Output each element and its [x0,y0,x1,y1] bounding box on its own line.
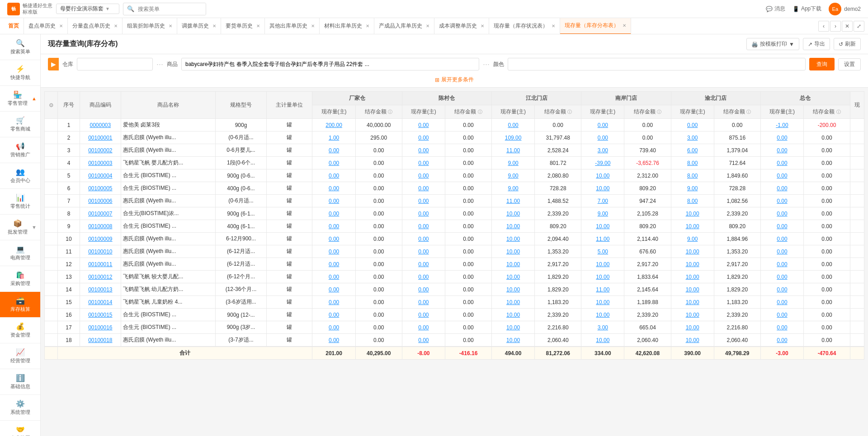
row-cj-amt: 0.00 [445,144,491,157]
sidebar-item-inventory[interactable]: 🗃️ 库存核算 [0,292,40,318]
info-icon[interactable]: ⓘ [746,109,751,114]
close-icon[interactable]: ✕ [366,23,369,28]
setting-button[interactable]: 设置 [838,58,861,70]
close-icon[interactable]: ✕ [114,23,118,28]
table-container[interactable]: ⚙ 序号 商品编码 商品名称 规格型号 主计量单位 厂家仓 陈村仓 江北门店 南… [41,88,868,436]
sidebar-item-marketing[interactable]: 📢 营销推广 [0,137,40,163]
row-code: 00100005 [80,182,121,195]
stats-icon: 📊 [2,193,38,202]
industry-selector[interactable]: 母婴行业演示陈套 ▼ [56,4,119,14]
close-icon[interactable]: ✕ [311,23,315,28]
warehouse-input[interactable] [77,58,153,70]
user-profile[interactable]: Ea demo2 [829,3,861,15]
close-icon[interactable]: ✕ [481,23,484,28]
sidebar-item-basic-info[interactable]: ℹ️ 基础信息 [0,369,40,395]
row-current [850,334,864,347]
row-yb-qty: 9.00 [671,233,714,245]
row-current [850,296,864,309]
row-current [850,182,864,195]
tab-成本调整单历史[interactable]: 成本调整单历史 ✕ [434,18,489,34]
close-icon[interactable]: ✕ [212,23,216,28]
sidebar-item-member[interactable]: 👥 会员中心 [0,163,40,189]
expand-conditions[interactable]: ⊞ 展开更多条件 [48,74,861,84]
sidebar-item-retail[interactable]: 🏪 零售管理 ▲ [0,86,40,112]
nav-next-arrow[interactable]: › [830,21,841,32]
tab-产成品入库单历史[interactable]: 产成品入库单历史 ✕ [374,18,434,34]
goods-input[interactable] [181,58,479,70]
refresh-button[interactable]: ↺ 刷新 [834,38,861,50]
row-spec: (12-36个月... [215,283,267,296]
close-icon[interactable]: ✕ [59,23,63,28]
tab-盘点单历史[interactable]: 盘点单历史 ✕ [24,18,68,34]
close-icon[interactable]: ✕ [623,23,626,28]
row-cj-qty: 0.00 [402,283,445,296]
color-input[interactable] [508,58,806,70]
sidebar-item-ops[interactable]: 📈 经营管理 [0,343,40,369]
row-na-qty: 3.00 [581,144,624,157]
close-icon[interactable]: ✕ [256,23,260,28]
gear-icon[interactable]: ⚙ [49,102,54,108]
sidebar-item-search[interactable]: 🔍 搜索英单 [0,34,40,60]
row-yb-amt: 1,829.20 [714,283,760,296]
close-icon[interactable]: ✕ [426,23,429,28]
print-button[interactable]: 🖨️ 按模板打印 ▼ [746,38,799,50]
search-input[interactable] [138,3,206,15]
tab-现存量库存状况表[interactable]: 现存量（库存状况表） ✕ [489,18,560,34]
row-total-amt: 0.00 [804,169,850,182]
info-icon[interactable]: ⓘ [657,109,661,114]
row-cj-amt: 0.00 [445,195,491,207]
tab-home[interactable]: 首页 [4,18,24,34]
query-button[interactable]: 查询 [809,58,835,70]
close-icon[interactable]: ✕ [552,23,555,28]
sidebar-item-retail-stats[interactable]: 📊 零售统计 [0,189,40,215]
col-gear[interactable]: ⚙ [45,92,58,119]
row-yb-amt: 2,216.80 [714,321,760,334]
tab-材料出库单历史[interactable]: 材料出库单历史 ✕ [320,18,374,34]
sidebar-item-ecommerce[interactable]: 💻 电商管理 [0,240,40,266]
row-jb-qty: 11.00 [492,144,535,157]
tab-调拨单历史[interactable]: 调拨单历史 ✕ [177,18,221,34]
nav-prev-arrow[interactable]: ‹ [818,21,829,32]
nav-expand-arrow[interactable]: ⤢ [854,21,864,32]
row-jb-qty: 10.00 [492,296,535,309]
row-fc-amt: 0.00 [355,157,402,169]
row-cj-amt: 0.00 [445,220,491,233]
tab-现存量库存分布表[interactable]: 现存量（库存分布表） ✕ [560,18,631,34]
row-spec: (6-12月适... [215,258,267,271]
row-cj-amt: 0.00 [445,233,491,245]
top-bar-left: 畅 畅捷通好生意 标准版 母婴行业演示陈套 ▼ 🔍 [7,3,206,15]
sidebar-item-wholesale[interactable]: 📦 批发管理 ▼ [0,215,40,240]
info-icon[interactable]: ⓘ [836,109,841,114]
collapse-button[interactable]: ▶ [48,58,59,70]
tab-分量盘点单历史[interactable]: 分量盘点单历史 ✕ [68,18,123,34]
sidebar-item-quicknav[interactable]: ⚡ 快捷导航 [0,60,40,86]
close-icon[interactable]: ✕ [169,23,172,28]
sidebar-item-mall[interactable]: 🛒 零售商城 [0,112,40,137]
info-icon[interactable]: ⓘ [567,109,572,114]
row-yb-amt: 809.20 [714,220,760,233]
row-na-qty: 11.00 [581,283,624,296]
tab-其他出库单历史[interactable]: 其他出库单历史 ✕ [265,18,320,34]
row-jb-amt: 2,094.40 [535,233,581,245]
nav-close-arrow[interactable]: ✕ [842,21,853,32]
info-icon[interactable]: ⓘ [388,109,392,114]
row-current [850,309,864,321]
sidebar-item-purchase[interactable]: 🛍️ 采购管理 [0,266,40,292]
tab-组装折卸单历史[interactable]: 组装折卸单历史 ✕ [123,18,177,34]
row-no: 18 [58,334,80,347]
row-code: 00100004 [80,169,121,182]
tab-要货单历史[interactable]: 要货单历史 ✕ [221,18,265,34]
export-button[interactable]: ↗ 导出 [803,38,830,50]
sidebar-item-collab[interactable]: 🤝 企业协同 [0,421,40,436]
row-fc-qty: 0.00 [312,321,355,334]
message-link[interactable]: 💬 消息 [766,5,785,13]
sidebar-item-system[interactable]: ⚙️ 系统管理 [0,395,40,421]
table-row: 3 00100002 惠氏启膜 (Wyeth illu... 0-6月婴儿...… [45,144,864,157]
row-current [850,131,864,144]
sidebar-item-finance[interactable]: 💰 资金管理 [0,318,40,343]
logo-icon: 畅 [7,3,20,15]
app-download-link[interactable]: 📱 App下载 [793,5,821,13]
footer-na-qty: 334.00 [581,347,624,360]
info-icon[interactable]: ⓘ [478,109,482,114]
row-na-qty: 5.00 [581,245,624,258]
